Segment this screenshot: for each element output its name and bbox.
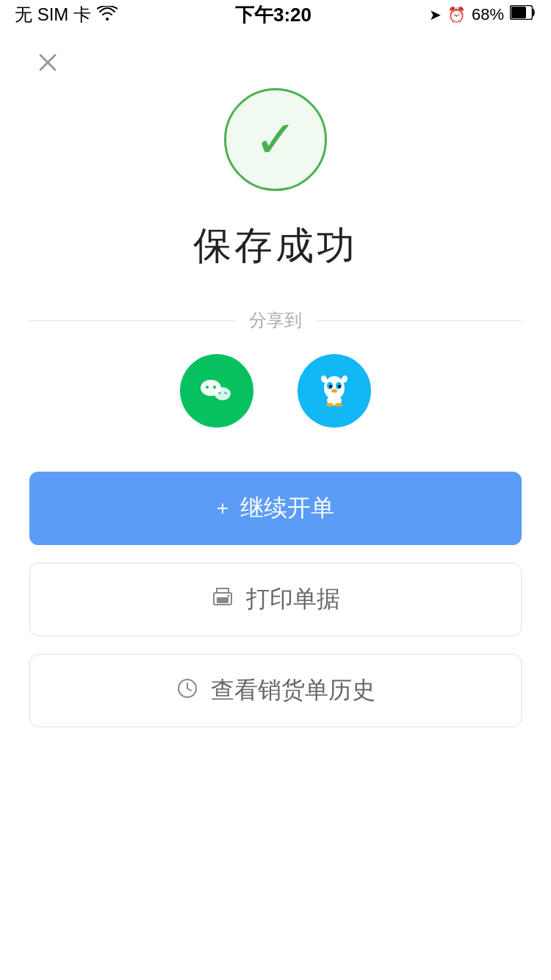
alarm-icon: ⏰ [447,6,466,24]
print-icon [211,586,234,614]
print-label: 打印单据 [246,583,340,616]
checkmark-icon: ✓ [254,114,298,165]
battery-icon [510,5,536,24]
success-title: 保存成功 [193,220,358,272]
status-left: 无 SIM 卡 [15,3,118,26]
svg-point-13 [329,385,332,388]
location-icon: ➤ [429,6,442,24]
status-right: ➤ ⏰ 68% [429,5,536,24]
wifi-icon [97,4,118,25]
success-circle: ✓ [224,88,327,191]
close-button[interactable] [29,44,66,81]
carrier-text: 无 SIM 卡 [15,3,91,26]
svg-point-7 [213,386,216,389]
battery-text: 68% [472,5,504,24]
divider-line-left [29,320,234,321]
svg-point-8 [219,392,221,394]
history-icon [176,677,199,705]
svg-point-9 [225,392,227,394]
continue-label: 继续开单 [240,492,334,525]
continue-button[interactable]: + 继续开单 [29,472,522,545]
svg-rect-22 [217,597,228,603]
status-bar: 无 SIM 卡 下午3:20 ➤ ⏰ 68% [0,0,551,29]
share-icons-row [180,354,371,428]
print-button[interactable]: 打印单据 [29,563,522,636]
svg-rect-1 [511,7,526,18]
svg-point-15 [331,389,337,393]
main-content: ✓ 保存成功 分享到 [0,29,551,980]
svg-point-6 [206,386,209,389]
wechat-share-button[interactable] [180,354,253,428]
svg-point-20 [335,403,342,407]
share-label: 分享到 [249,309,302,332]
plus-icon: + [217,497,228,520]
svg-point-5 [215,387,231,400]
divider-line-right [317,320,522,321]
share-divider: 分享到 [29,309,522,332]
svg-point-23 [228,594,230,597]
svg-point-14 [338,385,341,388]
status-time: 下午3:20 [235,2,311,28]
svg-point-19 [326,403,334,407]
qq-share-button[interactable] [298,354,371,428]
history-label: 查看销货单历史 [211,674,375,707]
history-button[interactable]: 查看销货单历史 [29,654,522,727]
